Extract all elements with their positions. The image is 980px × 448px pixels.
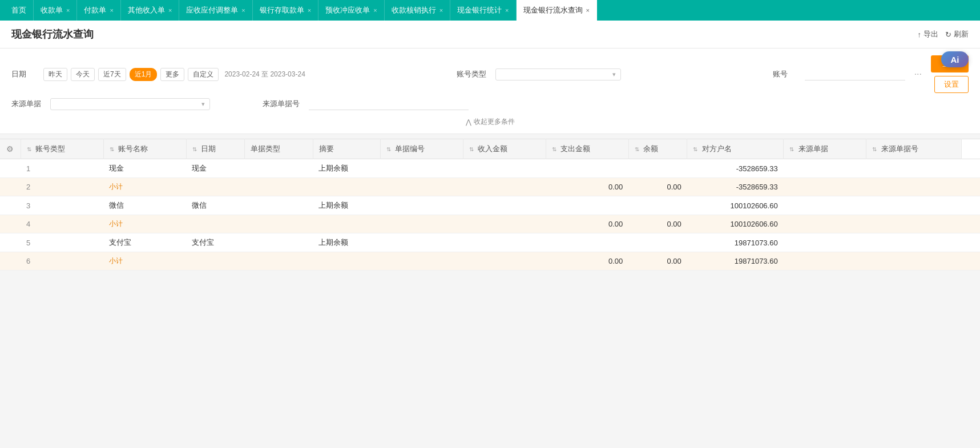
export-button[interactable]: ↑ 导出 [918,29,939,39]
table-row[interactable]: 5支付宝支付宝上期余额19871073.60 [0,233,980,252]
collapse-bar[interactable]: ⋀ 收起更多条件 [11,115,969,129]
cell-doc-no [463,159,546,178]
close-icon[interactable]: × [505,7,509,14]
sort-icon[interactable]: ⇅ [635,146,639,152]
page-header: 现金银行流水查询 ↑ 导出 ↻ 刷新 [0,21,980,49]
date-btn-yesterday[interactable]: 昨天 [43,68,67,81]
cell-account-type: 小计 [103,252,186,271]
col-balance: ⇅ 余额 [628,139,687,159]
close-icon[interactable]: × [308,7,311,14]
date-btn-more[interactable]: 更多 [160,68,184,81]
nav-tab-cashflow[interactable]: 现金银行流水查询 × [517,0,597,21]
filter-row-source: 来源单据 ▾ 来源单据号 [11,98,969,110]
ai-badge[interactable]: Ai [941,51,969,67]
nav-tab-advance[interactable]: 预收冲应收单 × [318,0,384,21]
export-icon: ↑ [918,30,922,39]
cell-counterpart [784,252,866,271]
source-doc-select[interactable]: ▾ [50,98,210,110]
close-icon[interactable]: × [439,7,443,14]
cell-income [546,159,628,178]
date-btn-7days[interactable]: 近7天 [98,68,126,81]
col-expense: ⇅ 支出金额 [546,139,628,159]
col-source-doc-no: ⇅ 来源单据号 [866,139,961,159]
cell-expense [628,233,687,252]
table-row[interactable]: 6小计0.000.0019871073.60 [0,252,980,271]
date-btn-today[interactable]: 今天 [71,68,95,81]
row-index: 3 [21,196,103,215]
source-doc-label: 来源单据 [11,99,41,109]
cell-account-type: 现金 [103,159,186,178]
cell-expense [628,159,687,178]
cell-counterpart [784,178,866,196]
col-account-name: ⇅ 账号名称 [103,139,186,159]
cell-summary [380,159,463,178]
close-icon[interactable]: × [586,7,590,14]
chevron-down-icon: ▾ [201,100,205,108]
source-doc-no-input[interactable] [309,98,469,110]
more-options-icon[interactable]: ··· [914,69,922,79]
nav-tab-other-income[interactable]: 其他收入单 × [121,0,179,21]
cell-source-doc [866,215,961,233]
col-summary: 摘要 [313,139,380,159]
row-index: 5 [21,233,103,252]
cell-balance: 19871073.60 [687,252,784,271]
refresh-button[interactable]: ↻ 刷新 [945,29,969,39]
gear-icon[interactable]: ⚙ [6,144,14,154]
cell-income: 0.00 [546,215,628,233]
cell-source-doc-no [961,215,980,233]
sort-icon[interactable]: ⇅ [386,146,391,152]
table-row[interactable]: 4小计0.000.00100102606.60 [0,215,980,233]
sort-icon[interactable]: ⇅ [872,146,877,152]
cell-date [245,215,313,233]
nav-tab-payment[interactable]: 付款单 × [77,0,120,21]
sort-icon[interactable]: ⇅ [693,146,697,152]
close-icon[interactable]: × [373,7,377,14]
table-row[interactable]: 3微信微信上期余额100102606.60 [0,196,980,215]
sort-icon[interactable]: ⇅ [469,146,474,152]
sort-icon[interactable]: ⇅ [27,146,31,152]
date-label: 日期 [11,69,34,79]
sort-icon[interactable]: ⇅ [552,146,556,152]
sort-icon[interactable]: ⇅ [789,146,794,152]
table-row[interactable]: 1现金现金上期余额-3528659.33 [0,159,980,178]
sort-icon[interactable]: ⇅ [110,146,114,152]
cell-account-type: 微信 [103,196,186,215]
top-navigation: 首页 收款单 × 付款单 × 其他收入单 × 应收应付调整单 × 银行存取款单 … [0,0,980,21]
nav-tab-receipt[interactable]: 收款单 × [34,0,77,21]
cell-summary [380,252,463,271]
account-type-select[interactable]: ▾ [495,68,621,80]
cell-settings [0,178,21,196]
table-row[interactable]: 2小计0.000.00-3528659.33 [0,178,980,196]
account-input[interactable] [805,68,905,80]
cell-settings [0,196,21,215]
row-index: 6 [21,252,103,271]
close-icon[interactable]: × [110,7,113,14]
cell-expense [628,196,687,215]
cell-counterpart [784,159,866,178]
settings-button[interactable]: 设置 [934,76,969,93]
cell-source-doc [866,252,961,271]
col-doc-type: 单据类型 [245,139,313,159]
table-settings-header[interactable]: ⚙ [0,139,21,159]
header-actions: ↑ 导出 ↻ 刷新 [918,29,969,39]
date-btn-custom[interactable]: 自定义 [188,68,219,81]
nav-tab-statistics[interactable]: 现金银行统计 × [450,0,516,21]
nav-tab-bank-deposit[interactable]: 银行存取款单 × [253,0,318,21]
date-btn-1month[interactable]: 近1月 [130,68,158,81]
close-icon[interactable]: × [241,7,245,14]
cell-expense: 0.00 [628,252,687,271]
nav-tab-verify[interactable]: 收款核销执行 × [385,0,450,21]
sort-icon[interactable]: ⇅ [192,146,197,152]
cell-source-doc [866,196,961,215]
nav-tab-home[interactable]: 首页 [5,0,34,21]
col-income: ⇅ 收入金额 [463,139,546,159]
date-options: 昨天 今天 近7天 近1月 更多 自定义 2023-02-24 至 2023-0… [43,68,305,81]
cell-settings [0,159,21,178]
cell-balance: 100102606.60 [687,196,784,215]
cell-balance: -3528659.33 [687,178,784,196]
cell-doc-type: 上期余额 [313,159,380,178]
cell-date [245,159,313,178]
close-icon[interactable]: × [168,7,172,14]
nav-tab-adjustment[interactable]: 应收应付调整单 × [179,0,252,21]
close-icon[interactable]: × [66,7,70,14]
